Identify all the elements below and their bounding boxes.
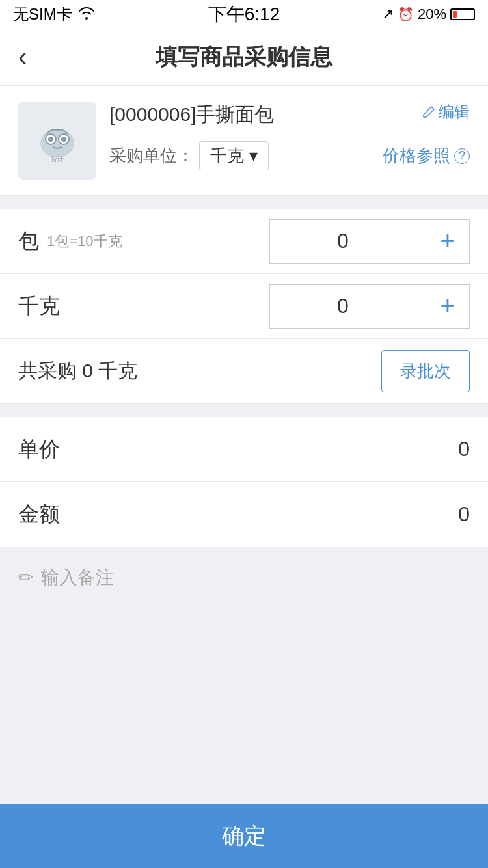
kg-row: 千克 + [0, 274, 488, 339]
notes-section[interactable]: ✏ 输入备注 [0, 547, 488, 625]
amount-label: 金额 [18, 500, 60, 529]
product-info: [0000006]手撕面包 编辑 采购单位： 千克 ▾ 价格参照 ? [109, 102, 470, 170]
product-image-inner: 智计 [18, 102, 96, 180]
battery-pct: 20% [418, 6, 446, 23]
bag-label: 包 [18, 227, 39, 256]
unit-price-row: 单价 0 [0, 417, 488, 482]
edit-icon [422, 105, 436, 119]
unit-select[interactable]: 千克 ▾ [199, 141, 269, 170]
summary-text: 共采购 0 千克 [18, 358, 137, 385]
product-card: 智计 [0000006]手撕面包 编辑 采购单位： 千克 ▾ 价格参照 [0, 86, 488, 196]
product-name: [0000006]手撕面包 [109, 102, 422, 128]
kg-label: 千克 [18, 292, 60, 321]
status-bar-time: 下午6:12 [208, 2, 280, 27]
price-ref-button[interactable]: 价格参照 ? [383, 144, 470, 167]
chevron-down-icon: ▾ [249, 146, 258, 166]
unit-price-label: 单价 [18, 435, 60, 464]
help-icon: ? [454, 148, 470, 164]
product-logo: 智计 [34, 117, 81, 164]
carrier-text: 无SIM卡 [13, 4, 72, 25]
location-icon: ↗ [382, 6, 394, 23]
nav-bar: ‹ 填写商品采购信息 [0, 29, 488, 86]
record-batch-button[interactable]: 录批次 [381, 350, 470, 392]
wifi-icon [77, 5, 96, 23]
bag-row: 包 1包=10千克 + [0, 209, 488, 274]
status-bar: 无SIM卡 下午6:12 ↗ ⏰ 20% [0, 0, 488, 29]
unit-label: 采购单位： [109, 144, 194, 167]
bag-plus-button[interactable]: + [426, 219, 470, 264]
bag-quantity-input[interactable] [269, 219, 426, 264]
kg-input-group: + [269, 284, 470, 329]
confirm-button[interactable]: 确定 [0, 804, 488, 868]
pencil-icon: ✏ [18, 567, 33, 588]
product-unit-row: 采购单位： 千克 ▾ 价格参照 ? [109, 141, 470, 170]
product-image: 智计 [18, 102, 96, 180]
bag-input-group: + [269, 219, 470, 264]
amount-row: 金额 0 [0, 482, 488, 547]
kg-plus-button[interactable]: + [426, 284, 470, 329]
quantity-section: 包 1包=10千克 + 千克 + [0, 209, 488, 339]
svg-text:智计: 智计 [51, 156, 64, 163]
edit-button[interactable]: 编辑 [422, 102, 470, 122]
bag-sublabel: 1包=10千克 [47, 232, 122, 251]
unit-price-value: 0 [458, 437, 470, 461]
bag-label-group: 包 1包=10千克 [18, 227, 122, 256]
section-divider-2 [0, 404, 488, 417]
kg-quantity-input[interactable] [269, 284, 426, 329]
status-bar-right: ↗ ⏰ 20% [382, 6, 475, 23]
back-button[interactable]: ‹ [18, 42, 27, 72]
product-header: [0000006]手撕面包 编辑 [109, 102, 470, 128]
confirm-button-label: 确定 [222, 821, 266, 851]
amount-value: 0 [458, 502, 470, 526]
svg-point-4 [61, 137, 66, 142]
page-title: 填写商品采购信息 [156, 42, 332, 72]
svg-point-0 [40, 129, 74, 157]
alarm-icon: ⏰ [398, 7, 414, 22]
kg-label-group: 千克 [18, 292, 60, 321]
notes-placeholder: 输入备注 [41, 565, 114, 590]
battery-icon [450, 8, 475, 20]
status-bar-left: 无SIM卡 [13, 4, 96, 25]
summary-row: 共采购 0 千克 录批次 [0, 339, 488, 404]
section-divider-1 [0, 196, 488, 209]
svg-point-3 [48, 137, 53, 142]
pricing-section: 单价 0 金额 0 [0, 417, 488, 547]
